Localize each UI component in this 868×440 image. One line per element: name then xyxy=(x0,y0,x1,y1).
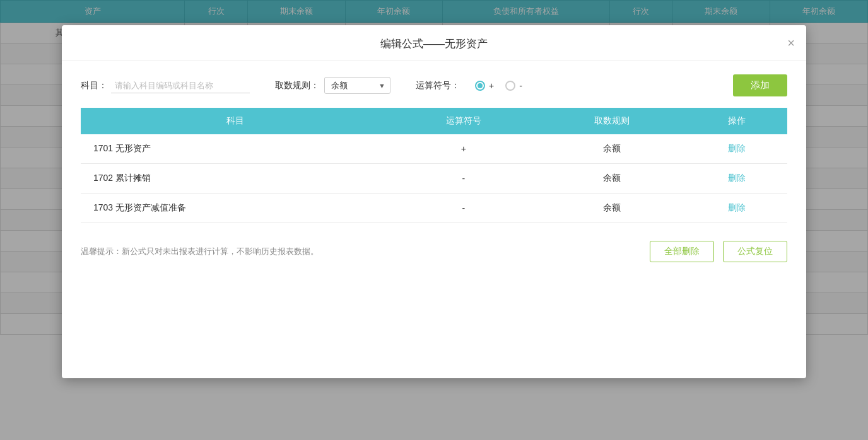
modal-overlay: 编辑公式——无形资产 × 科目： 取数规则： 余额 借方 贷方 借方发生额 贷方… xyxy=(0,0,868,440)
delete-row-link[interactable]: 删除 xyxy=(728,143,746,153)
table-row: 1701 无形资产+余额删除 xyxy=(81,134,787,164)
table-cell-action: 删除 xyxy=(686,164,787,194)
table-cell-rule: 余额 xyxy=(537,134,686,164)
modal-dialog: 编辑公式——无形资产 × 科目： 取数规则： 余额 借方 贷方 借方发生额 贷方… xyxy=(62,25,806,378)
table-cell-subject: 1701 无形资产 xyxy=(81,134,389,164)
table-row: 1702 累计摊销-余额删除 xyxy=(81,164,787,194)
operator-plus-radio[interactable] xyxy=(475,81,485,91)
formula-table-header: 科目 xyxy=(81,108,389,134)
operator-minus-label[interactable]: - xyxy=(505,81,522,91)
formula-table: 科目运算符号取数规则操作 1701 无形资产+余额删除1702 累计摊销-余额删… xyxy=(81,108,787,223)
table-cell-action: 删除 xyxy=(686,134,787,164)
rule-select[interactable]: 余额 借方 贷方 借方发生额 贷方发生额 xyxy=(324,77,390,94)
operator-group: 运算符号： + - xyxy=(416,80,522,91)
operator-plus-label[interactable]: + xyxy=(475,81,494,91)
modal-title: 编辑公式——无形资产 xyxy=(380,37,488,51)
rule-select-wrap: 余额 借方 贷方 借方发生额 贷方发生额 ▼ xyxy=(324,77,390,94)
rule-section: 取数规则： 余额 借方 贷方 借方发生额 贷方发生额 ▼ xyxy=(275,77,390,94)
add-button[interactable]: 添加 xyxy=(733,74,787,96)
formula-table-header: 操作 xyxy=(686,108,787,134)
table-cell-action: 删除 xyxy=(686,194,787,223)
footer-buttons: 全部删除 公式复位 xyxy=(650,241,787,262)
operator-minus-radio[interactable] xyxy=(505,81,515,91)
table-cell-subject: 1702 累计摊销 xyxy=(81,164,389,194)
formula-table-header: 取数规则 xyxy=(537,108,686,134)
table-cell-operator: - xyxy=(389,164,537,194)
subject-input[interactable] xyxy=(111,78,250,93)
operator-minus-text: - xyxy=(519,81,522,91)
table-row: 1703 无形资产减值准备-余额删除 xyxy=(81,194,787,223)
table-cell-rule: 余额 xyxy=(537,194,686,223)
modal-footer: 温馨提示：新公式只对未出报表进行计算，不影响历史报表数据。 全部删除 公式复位 xyxy=(62,223,806,269)
delete-row-link[interactable]: 删除 xyxy=(728,202,746,212)
data-table-container: 科目运算符号取数规则操作 1701 无形资产+余额删除1702 累计摊销-余额删… xyxy=(81,108,787,223)
modal-header: 编辑公式——无形资产 × xyxy=(62,25,806,61)
table-cell-subject: 1703 无形资产减值准备 xyxy=(81,194,389,223)
table-cell-operator: + xyxy=(389,134,537,164)
operator-label: 运算符号： xyxy=(416,80,460,91)
subject-label: 科目： xyxy=(81,80,107,91)
reset-formula-button[interactable]: 公式复位 xyxy=(723,241,787,262)
tip-text: 温馨提示：新公式只对未出报表进行计算，不影响历史报表数据。 xyxy=(81,246,319,257)
delete-row-link[interactable]: 删除 xyxy=(728,173,746,183)
rule-label: 取数规则： xyxy=(275,80,319,91)
delete-all-button[interactable]: 全部删除 xyxy=(650,241,714,262)
table-cell-rule: 余额 xyxy=(537,164,686,194)
form-row: 科目： 取数规则： 余额 借方 贷方 借方发生额 贷方发生额 ▼ 运算符号： xyxy=(62,61,806,108)
formula-table-header: 运算符号 xyxy=(389,108,537,134)
operator-plus-text: + xyxy=(489,81,494,91)
table-cell-operator: - xyxy=(389,194,537,223)
modal-close-button[interactable]: × xyxy=(787,37,795,49)
